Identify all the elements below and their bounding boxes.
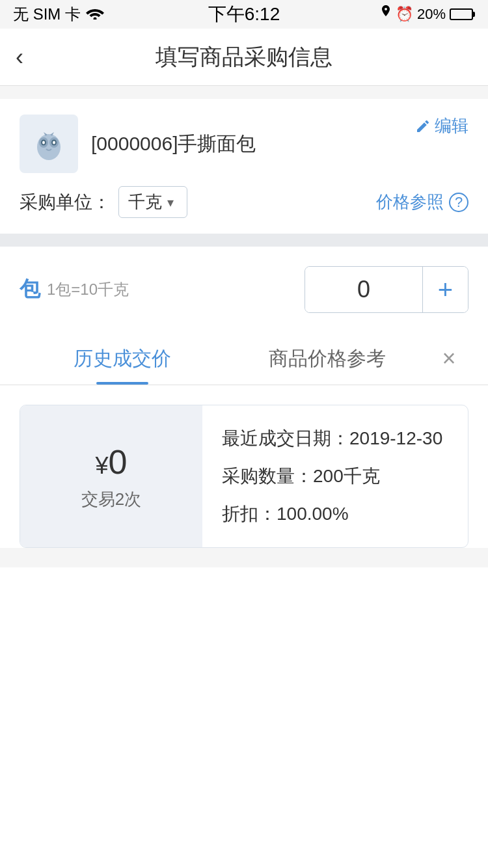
location-icon [380, 5, 392, 23]
product-top: [0000006]手撕面包 编辑 [20, 115, 468, 173]
alarm-icon: ⏰ [396, 6, 413, 23]
discount-value: 100.00% [277, 504, 349, 524]
purchase-qty-value: 200千克 [313, 466, 380, 486]
quantity-row: 包 1包=10千克 + [0, 247, 488, 332]
unit-label: 采购单位： [20, 190, 111, 215]
history-price-summary: ¥0 交易2次 [20, 405, 202, 547]
status-time: 下午6:12 [208, 2, 280, 27]
product-card: [0000006]手撕面包 编辑 采购单位： 千克 ▾ 价格参照 ? [0, 99, 488, 234]
price-ref-help-icon: ? [449, 193, 468, 212]
back-button[interactable]: ‹ [16, 44, 23, 71]
tabs-close-button[interactable]: × [429, 339, 468, 378]
history-price-value: ¥0 [96, 442, 128, 481]
section-divider [0, 234, 488, 247]
product-image [20, 115, 78, 173]
unit-value: 千克 [128, 191, 162, 213]
svg-point-1 [37, 134, 61, 160]
unit-select[interactable]: 千克 ▾ [118, 186, 187, 218]
quantity-hint: 1包=10千克 [47, 279, 129, 300]
content-body [0, 567, 488, 868]
wifi-icon [86, 5, 104, 23]
history-detail: 最近成交日期：2019-12-30 采购数量：200千克 折扣：100.00% [202, 405, 468, 547]
tab-product-price-ref[interactable]: 商品价格参考 [224, 332, 429, 385]
history-yen-symbol: ¥ [96, 452, 109, 479]
unit-dropdown-arrow: ▾ [167, 195, 174, 210]
history-card: ¥0 交易2次 最近成交日期：2019-12-30 采购数量：200千克 折扣：… [20, 405, 468, 548]
tab-history-price[interactable]: 历史成交价 [20, 332, 224, 385]
svg-point-0 [94, 18, 97, 20]
status-left: 无 SIM 卡 [13, 4, 104, 25]
product-name: [0000006]手撕面包 [91, 131, 256, 157]
product-left: [0000006]手撕面包 [20, 115, 256, 173]
quantity-plus-button[interactable]: + [422, 267, 468, 312]
recent-date-label: 最近成交日期： [222, 428, 349, 448]
battery-icon [450, 8, 475, 20]
discount-label: 折扣： [222, 504, 277, 524]
tab-history-label: 历史成交价 [74, 346, 171, 372]
tab-price-ref-label: 商品价格参考 [269, 346, 386, 372]
quantity-input-group: + [305, 266, 468, 313]
quantity-label: 包 1包=10千克 [20, 275, 129, 304]
status-bar: 无 SIM 卡 下午6:12 ⏰ 20% [0, 0, 488, 29]
tabs-panel: 历史成交价 商品价格参考 × ¥0 交易2次 最近成交日期：2019-12-30… [0, 332, 488, 548]
tabs: 历史成交价 商品价格参考 × [0, 332, 488, 385]
battery-percent: 20% [417, 6, 446, 23]
quantity-input[interactable] [305, 267, 422, 312]
svg-point-7 [53, 141, 55, 144]
edit-button[interactable]: 编辑 [415, 115, 468, 137]
svg-point-6 [42, 141, 45, 144]
status-right: ⏰ 20% [380, 5, 475, 23]
page-title: 填写商品采购信息 [156, 42, 332, 72]
product-unit-row: 采购单位： 千克 ▾ 价格参照 ? [20, 186, 468, 218]
history-discount: 折扣：100.00% [222, 500, 448, 528]
history-recent-date: 最近成交日期：2019-12-30 [222, 425, 448, 452]
history-trade-count: 交易2次 [81, 488, 141, 511]
carrier-text: 无 SIM 卡 [13, 4, 81, 25]
quantity-unit-badge: 包 [20, 275, 40, 304]
price-ref-label: 价格参照 [376, 191, 444, 213]
recent-date-value: 2019-12-30 [349, 428, 442, 448]
header: ‹ 填写商品采购信息 [0, 29, 488, 86]
purchase-qty-label: 采购数量： [222, 466, 313, 486]
history-purchase-qty: 采购数量：200千克 [222, 463, 448, 490]
unit-left: 采购单位： 千克 ▾ [20, 186, 187, 218]
edit-label: 编辑 [435, 115, 468, 137]
price-ref-button[interactable]: 价格参照 ? [376, 191, 468, 213]
